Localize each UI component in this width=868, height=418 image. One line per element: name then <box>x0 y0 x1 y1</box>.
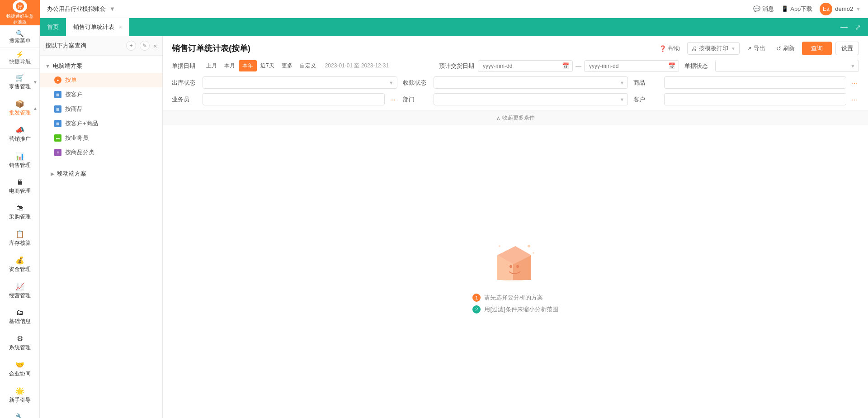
query-button[interactable]: 查询 <box>802 42 832 55</box>
sidebar-item-finance[interactable]: 💰 资金管理 <box>0 252 39 278</box>
retail-icon: 🛒 <box>15 73 24 82</box>
sidebar-item-purchase[interactable]: 🛍 采购管理 <box>0 200 39 225</box>
edit-scheme-btn[interactable]: ✎ <box>140 41 150 51</box>
hint2-num: 2 <box>472 305 481 314</box>
sidebar-item-newbie[interactable]: 🌟 新手引导 <box>0 382 39 408</box>
sidebar-item-sales[interactable]: 📊 销售管理 <box>0 147 39 174</box>
customer-field: 客户 ··· <box>633 93 859 105</box>
ecommerce-icon: 🖥 <box>16 178 24 186</box>
basics-label: 基础信息 <box>9 318 31 325</box>
bill-status-label: 单据状态 <box>684 62 712 70</box>
message-action[interactable]: 💬 消息 <box>753 5 774 13</box>
newbie-icon: 🌟 <box>15 387 24 395</box>
salesperson-input[interactable] <box>203 93 385 105</box>
tab-controls: — ⤢ <box>839 21 868 33</box>
user-menu[interactable]: Ea demo2 ▼ <box>820 3 861 15</box>
mobile-section-header[interactable]: ▶ 移动端方案 <box>40 167 162 180</box>
corp-icon: 🤝 <box>15 361 24 369</box>
empty-svg <box>488 230 542 285</box>
sidebar-item-corp[interactable]: 🤝 企业协同 <box>0 356 39 382</box>
customer-input[interactable] <box>664 93 846 105</box>
scheme-grid-icon-customer: ▦ <box>54 91 61 98</box>
salesperson-dots-btn[interactable]: ··· <box>388 94 397 105</box>
department-select[interactable] <box>434 93 628 105</box>
date-quick-buttons: 上月 本月 本年 近7天 更多 自定义 <box>203 60 320 71</box>
scheme-item-by-customer-goods[interactable]: ▦ 按客户+商品 <box>40 116 162 131</box>
sidebar-item-system[interactable]: ⚙ 系统管理 <box>0 330 39 356</box>
svg-point-7 <box>509 265 512 268</box>
goods-dots-btn[interactable]: ··· <box>850 77 859 88</box>
goods-input[interactable] <box>664 76 846 89</box>
search-menu-label: 搜索菜单 <box>4 37 36 45</box>
settings-button[interactable]: 设置 <box>835 42 859 55</box>
this-month-btn[interactable]: 本月 <box>221 60 239 71</box>
scheme-by-salesperson-label: 按业务员 <box>65 134 89 142</box>
sidebar-item-search-menu[interactable]: 🔍 搜索菜单 <box>0 25 39 48</box>
header-dropdown-icon[interactable]: ▼ <box>109 5 115 12</box>
tab-sales-stats[interactable]: 销售订单统计表 × <box>66 18 129 36</box>
custom-btn[interactable]: 自定义 <box>296 60 320 71</box>
expected-date-to-input[interactable] <box>584 60 679 72</box>
out-status-select[interactable] <box>203 76 397 89</box>
logo-icon: 好 <box>13 0 27 13</box>
sidebar-item-inventory[interactable]: 📋 库存核算 <box>0 225 39 252</box>
tab-maximize-btn[interactable]: ⤢ <box>853 21 863 33</box>
scheme-item-by-customer[interactable]: ▦ 按客户 <box>40 87 162 102</box>
filter-row-2: 出库状态 ▼ 收款状态 <box>172 76 859 89</box>
out-status-label: 出库状态 <box>172 79 199 87</box>
user-dropdown-icon: ▼ <box>856 6 861 12</box>
receive-status-select[interactable] <box>434 76 628 89</box>
wholesale-label: 批发管理 <box>9 109 31 117</box>
export-label: 导出 <box>754 44 765 52</box>
app-download-action[interactable]: 📱 App下载 <box>781 5 812 13</box>
edit-icon: ✎ <box>142 43 147 49</box>
goods-field: 商品 ··· <box>633 76 859 89</box>
this-year-btn[interactable]: 本年 <box>239 60 257 71</box>
help-action[interactable]: ❓ 帮助 <box>656 43 684 54</box>
pc-section-header[interactable]: ▼ 电脑端方案 <box>40 59 162 73</box>
page-content: 按以下方案查询 + ✎ « ▼ 电脑端方案 ● <box>40 36 868 418</box>
sidebar-item-marketing[interactable]: 📣 营销推广 <box>0 121 39 147</box>
app-subtitle-label: 标准版 <box>13 19 27 25</box>
salesperson-field: 业务员 ··· <box>172 93 397 105</box>
quick-nav-label: 快捷导航 <box>0 58 39 66</box>
scheme-item-by-goods-cat[interactable]: ≡ 按商品分类 <box>40 145 162 160</box>
scheme-item-by-salesperson[interactable]: ▬ 按业务员 <box>40 131 162 145</box>
scheme-item-by-single[interactable]: ● 按单 <box>40 73 162 87</box>
scheme-item-by-goods[interactable]: ▦ 按商品 <box>40 102 162 116</box>
tab-minimize-btn[interactable]: — <box>839 21 849 33</box>
sidebar-item-basics[interactable]: 🗂 基础信息 <box>0 304 39 330</box>
apps-icon: 🔧 <box>15 413 24 418</box>
empty-illustration <box>488 230 542 285</box>
sidebar-item-operations[interactable]: 📈 经营管理 <box>0 278 39 304</box>
sidebar-item-ecommerce[interactable]: 🖥 电商管理 <box>0 174 39 200</box>
sidebar-item-retail[interactable]: 🛒 零售管理 ▼ <box>0 69 39 95</box>
scheme-by-customer-goods-label: 按客户+商品 <box>65 119 98 128</box>
goods-label: 商品 <box>633 79 660 87</box>
last7days-btn[interactable]: 近7天 <box>257 60 278 71</box>
tab-home[interactable]: 首页 <box>40 18 66 36</box>
tab-close-btn[interactable]: × <box>119 24 122 30</box>
export-action[interactable]: ↗ 导出 <box>743 43 769 54</box>
collapse-conditions-btn[interactable]: ∧ 收起更多条件 <box>163 110 868 125</box>
last-month-btn[interactable]: 上月 <box>203 60 221 71</box>
refresh-action[interactable]: ↺ 刷新 <box>773 43 798 54</box>
sidebar-item-apps[interactable]: 🔧 应用中心 <box>0 408 39 418</box>
add-scheme-btn[interactable]: + <box>126 41 136 51</box>
chevron-up-icon: ∧ <box>496 115 500 121</box>
app-name-label: 畅捷通好生意 <box>6 14 33 19</box>
empty-hint-1: 1 请先选择要分析的方案 <box>472 294 543 302</box>
collapse-panel-btn[interactable]: « <box>153 42 157 49</box>
bill-status-select[interactable] <box>715 60 859 72</box>
print-action[interactable]: 🖨 按模板打印 ▼ <box>687 42 740 55</box>
sidebar-item-wholesale[interactable]: 📦 批发管理 ▲ <box>0 95 39 121</box>
expected-date-from-input[interactable] <box>478 60 573 72</box>
sidebar-item-quick-nav[interactable]: ⚡ 快捷导航 <box>0 48 39 69</box>
svg-point-10 <box>533 252 534 254</box>
out-status-field: 出库状态 ▼ <box>172 76 397 89</box>
header-title: 办公用品行业模拟账套 <box>47 5 106 13</box>
empty-hint-2: 2 用[过滤]条件来缩小分析范围 <box>472 305 558 314</box>
more-btn[interactable]: 更多 <box>278 60 296 71</box>
bill-status-select-wrap: ▼ <box>715 60 859 72</box>
customer-dots-btn[interactable]: ··· <box>850 94 859 105</box>
